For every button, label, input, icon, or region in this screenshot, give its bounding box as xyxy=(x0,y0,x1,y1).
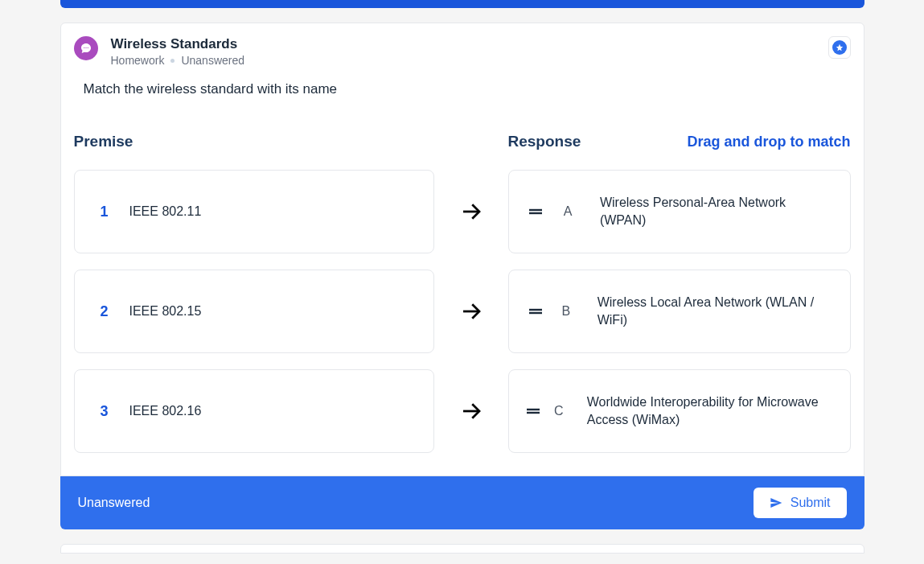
response-letter: C xyxy=(547,404,571,418)
premise-number: 3 xyxy=(91,403,118,420)
matching-rows: 1 IEEE 802.11 A Wireless Personal-Area N… xyxy=(61,150,864,475)
premise-box: 1 IEEE 802.11 xyxy=(74,170,434,253)
premise-header: Premise xyxy=(74,133,434,150)
question-card: Wireless Standards Homework Unanswered M… xyxy=(60,23,864,476)
drag-handle-icon[interactable] xyxy=(525,307,546,315)
drag-hint-label: Drag and drop to match xyxy=(687,134,850,150)
star-icon xyxy=(832,40,847,55)
next-card-peek xyxy=(60,544,864,554)
chat-bubble-icon xyxy=(74,36,98,60)
question-title: Wireless Standards xyxy=(111,36,851,52)
match-row: 2 IEEE 802.15 B Wireless Local Area Netw… xyxy=(74,270,851,353)
response-letter: A xyxy=(552,204,584,219)
drag-handle-icon[interactable] xyxy=(525,208,548,216)
arrow-right-icon xyxy=(434,270,508,353)
question-status: Unanswered xyxy=(181,54,244,67)
response-header: Response xyxy=(508,133,581,150)
premise-number: 2 xyxy=(91,303,118,320)
premise-box: 2 IEEE 802.15 xyxy=(74,270,434,353)
card-header: Wireless Standards Homework Unanswered xyxy=(61,23,864,67)
submit-button-label: Submit xyxy=(791,496,831,510)
question-category: Homework xyxy=(111,54,165,67)
arrow-right-icon xyxy=(434,170,508,253)
response-box[interactable]: A Wireless Personal-Area Network (WPAN) xyxy=(508,170,851,253)
bookmark-button[interactable] xyxy=(828,36,851,59)
prev-card-footer-peek xyxy=(60,0,864,8)
match-row: 3 IEEE 802.16 C Worldwide Interoperabili… xyxy=(74,369,851,453)
premise-text: IEEE 802.11 xyxy=(129,204,202,219)
premise-text: IEEE 802.15 xyxy=(129,304,202,319)
premise-box: 3 IEEE 802.16 xyxy=(74,369,434,453)
response-text: Wireless Local Area Network (WLAN / WiFi… xyxy=(598,294,834,330)
response-box[interactable]: B Wireless Local Area Network (WLAN / Wi… xyxy=(508,270,851,353)
question-prompt: Match the wireless standard with its nam… xyxy=(61,67,864,118)
submit-button[interactable]: Submit xyxy=(754,488,847,518)
svg-point-2 xyxy=(87,47,88,48)
columns-header: Premise Response Drag and drop to match xyxy=(61,133,864,150)
response-text: Wireless Personal-Area Network (WPAN) xyxy=(600,194,834,230)
premise-text: IEEE 802.16 xyxy=(129,404,202,418)
arrow-right-icon xyxy=(434,369,508,453)
response-text: Worldwide Interoperability for Microwave… xyxy=(587,393,834,430)
premise-number: 1 xyxy=(91,204,118,220)
svg-point-1 xyxy=(85,47,86,48)
card-footer: Unanswered Submit xyxy=(60,476,864,529)
response-box[interactable]: C Worldwide Interoperability for Microwa… xyxy=(508,369,851,453)
meta-separator-dot xyxy=(170,59,175,63)
paper-plane-icon xyxy=(770,496,782,509)
svg-point-0 xyxy=(84,47,84,48)
response-letter: B xyxy=(551,304,581,319)
question-meta: Homework Unanswered xyxy=(111,54,851,67)
footer-status: Unanswered xyxy=(78,496,150,510)
drag-handle-icon[interactable] xyxy=(525,407,542,415)
match-row: 1 IEEE 802.11 A Wireless Personal-Area N… xyxy=(74,170,851,253)
